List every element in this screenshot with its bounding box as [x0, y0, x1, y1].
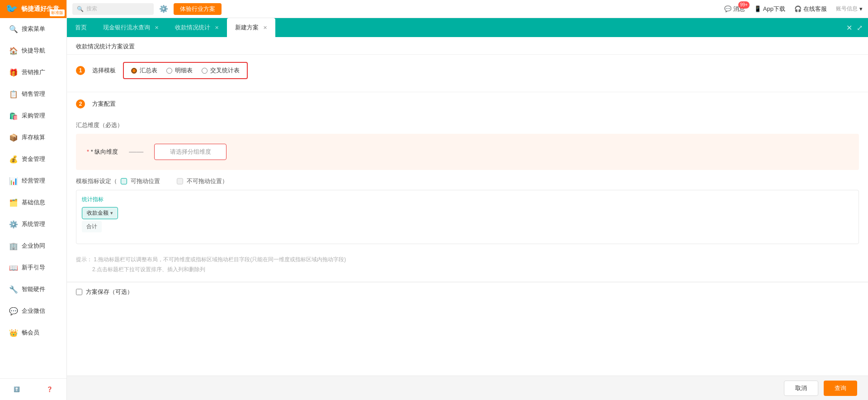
radio-cross-input[interactable]: [202, 68, 208, 74]
sidebar-item-marketing[interactable]: 🎁 营销推广: [0, 61, 66, 83]
tab-new-plan[interactable]: 新建方案 ✕: [227, 18, 275, 37]
sidebar-item-operation[interactable]: 📊 经营管理: [0, 170, 66, 192]
footer: 取消 查询: [67, 376, 868, 400]
window-expand-icon[interactable]: ⤢: [857, 24, 863, 32]
tab-collection[interactable]: 收款情况统计 ✕: [167, 18, 227, 37]
close-icon[interactable]: ✕: [155, 25, 159, 31]
sidebar-item-basic[interactable]: 🗂️ 基础信息: [0, 192, 66, 213]
indicator-row: 合计: [82, 221, 102, 232]
sales-icon: 📋: [9, 90, 17, 99]
search-icon: 🔍: [9, 25, 17, 33]
operation-icon: 📊: [9, 177, 17, 185]
radio-detail[interactable]: 明细表: [166, 66, 193, 75]
sidebar-item-purchase[interactable]: 🛍️ 采购管理: [0, 105, 66, 127]
topbar: 🔍 搜索 ⚙️ 体验行业方案 💬 消息 99+ 📱 App下载 🎧 在线客服 账…: [67, 0, 868, 18]
chevron-down-icon: ▾: [859, 5, 863, 12]
close-icon[interactable]: ✕: [215, 25, 219, 31]
help-icon: ❓: [47, 386, 53, 392]
system-icon: ⚙️: [9, 220, 17, 229]
gift-icon: 🎁: [9, 68, 17, 77]
dimension-area: * * 纵向维度 —— 请选择分组维度: [76, 134, 859, 170]
indicator-tag-text: 收款金额: [87, 209, 108, 217]
step1-header: 1 选择模板 汇总表 明细表 交叉统计表: [76, 62, 859, 79]
sidebar-item-label: 营销推广: [22, 68, 45, 76]
step2-badge: 2: [76, 99, 85, 108]
sidebar-item-label: 企业协同: [22, 242, 45, 250]
radio-detail-input[interactable]: [166, 68, 172, 74]
tab-home-label: 首页: [75, 24, 87, 32]
search-icon: 🔍: [77, 6, 84, 12]
tab-home[interactable]: 首页: [67, 18, 95, 37]
service-icon: 🎧: [794, 5, 802, 12]
gear-icon[interactable]: ⚙️: [159, 5, 168, 13]
movable-badge: [121, 178, 127, 184]
step2-label: 方案配置: [92, 100, 116, 108]
save-label[interactable]: 方案保存（可选）: [86, 288, 133, 296]
sidebar-item-wechat[interactable]: 💬 企业微信: [0, 300, 66, 322]
sidebar-item-member[interactable]: 👑 畅会员: [0, 322, 66, 344]
wechat-icon: 💬: [9, 307, 17, 315]
radio-summary-label[interactable]: 汇总表: [140, 66, 157, 75]
sidebar-item-label: 搜索菜单: [22, 25, 45, 33]
message-btn[interactable]: 💬 消息 99+: [724, 5, 745, 13]
sidebar-bottom: ⬆️ ❓: [0, 378, 66, 400]
indicator-section: 模板指标设定（ 可拖动位置 不可拖动位置） 统计指标 收款金额 ▾ 合计: [67, 177, 868, 251]
close-icon[interactable]: ✕: [263, 25, 267, 31]
trial-button[interactable]: 体验行业方案: [174, 3, 222, 15]
sidebar-item-quicknav[interactable]: 🏠 快捷导航: [0, 40, 66, 61]
sidebar-item-corp[interactable]: 🏢 企业协同: [0, 235, 66, 257]
step2-section: 2 方案配置: [67, 92, 868, 121]
save-checkbox[interactable]: [76, 289, 82, 295]
page-title: 收款情况统计方案设置: [76, 43, 135, 50]
tips-section: 提示： 1.拖动标题栏可以调整布局，不可跨维度或指标区域拖动栏目字段(只能在同一…: [67, 251, 868, 282]
sidebar-item-sales[interactable]: 📋 销售管理: [0, 83, 66, 105]
window-close-icon[interactable]: ✕: [846, 24, 852, 32]
radio-summary[interactable]: 汇总表: [131, 66, 157, 75]
indicator-title-text: 模板指标设定（: [76, 177, 117, 185]
service-btn[interactable]: 🎧 在线客服: [794, 5, 827, 13]
tab-cashflow[interactable]: 现金银行流水查询 ✕: [95, 18, 167, 37]
message-icon: 💬: [724, 5, 731, 12]
radio-detail-label[interactable]: 明细表: [175, 66, 193, 75]
dimension-config: 汇总维度（必选） * * 纵向维度 —— 请选择分组维度: [67, 121, 868, 177]
sidebar-item-label: 基础信息: [22, 198, 45, 207]
help-btn[interactable]: ❓: [47, 386, 53, 392]
logo-badge: 标准版: [50, 9, 65, 16]
movable-label: 可拖动位置: [131, 177, 160, 185]
app-icon: 📱: [754, 5, 761, 12]
step1-label: 选择模板: [92, 66, 116, 75]
topbar-right: 💬 消息 99+ 📱 App下载 🎧 在线客服 账号信息 ▾: [724, 5, 863, 13]
user-name: 账号信息: [836, 5, 858, 13]
query-button[interactable]: 查询: [824, 381, 857, 396]
purchase-icon: 🛍️: [9, 112, 17, 120]
radio-cross[interactable]: 交叉统计表: [202, 66, 240, 75]
dimension-title: 汇总维度（必选）: [76, 121, 859, 129]
search-box[interactable]: 🔍 搜索: [72, 3, 154, 15]
cancel-button[interactable]: 取消: [784, 381, 818, 396]
indicator-tag[interactable]: 收款金额 ▾: [82, 207, 118, 219]
sidebar-item-inventory[interactable]: 📦 库存核算: [0, 127, 66, 148]
content-area: 收款情况统计方案设置 1 选择模板 汇总表 明细表: [67, 37, 868, 400]
dimension-select-button[interactable]: 请选择分组维度: [154, 144, 226, 160]
main-area: 🔍 搜索 ⚙️ 体验行业方案 💬 消息 99+ 📱 App下载 🎧 在线客服 账…: [67, 0, 868, 400]
radio-summary-input[interactable]: [131, 68, 137, 74]
sidebar-item-finance[interactable]: 💰 资金管理: [0, 148, 66, 170]
sidebar-item-system[interactable]: ⚙️ 系统管理: [0, 213, 66, 235]
upgrade-btn[interactable]: ⬆️: [14, 386, 20, 392]
non-movable-label: 不可拖动位置）: [187, 177, 228, 185]
step2-header: 2 方案配置: [76, 99, 859, 108]
user-info[interactable]: 账号信息 ▾: [836, 5, 863, 13]
sidebar-item-guide[interactable]: 📖 新手引导: [0, 257, 66, 278]
sidebar-item-label: 库存核算: [22, 133, 45, 141]
sidebar-item-search[interactable]: 🔍 搜索菜单: [0, 18, 66, 40]
search-placeholder: 搜索: [86, 5, 97, 13]
app-download-btn[interactable]: 📱 App下载: [754, 5, 785, 13]
tip-line1: 提示： 1.拖动标题栏可以调整布局，不可跨维度或指标区域拖动栏目字段(只能在同一…: [76, 255, 859, 265]
sidebar-item-label: 企业微信: [22, 307, 45, 315]
sidebar-item-hardware[interactable]: 🔧 智能硬件: [0, 278, 66, 300]
corp-icon: 🏢: [9, 242, 17, 250]
member-icon: 👑: [9, 329, 17, 337]
radio-cross-label[interactable]: 交叉统计表: [210, 66, 240, 75]
step1-badge: 1: [76, 66, 85, 75]
tab-cashflow-label: 现金银行流水查询: [103, 24, 150, 32]
